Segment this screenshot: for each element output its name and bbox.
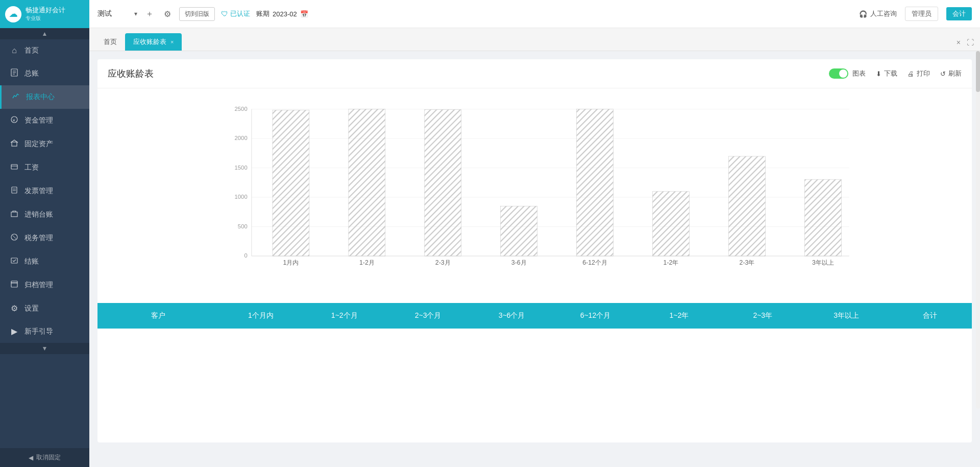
logo-icon: ☁ <box>5 6 21 22</box>
salary-icon <box>9 162 19 173</box>
svg-rect-15 <box>11 258 17 263</box>
cancel-fixed-btn[interactable]: ◀ 取消固定 <box>0 448 89 467</box>
svg-text:2-3月: 2-3月 <box>435 259 451 266</box>
svg-text:1000: 1000 <box>235 194 248 200</box>
sidebar-nav: ▲ ⌂ 首页 总账 报表中心 ¥ 资金管理 <box>0 28 89 448</box>
sidebar-item-ledger[interactable]: 总账 <box>0 62 89 85</box>
archive-icon <box>9 280 19 290</box>
report-container: 应收账龄表 图表 ⬇ 下载 🖨 打印 ↺ <box>97 59 972 442</box>
download-btn[interactable]: ⬇ 下载 <box>876 69 897 78</box>
report-header: 应收账龄表 图表 ⬇ 下载 🖨 打印 ↺ <box>97 59 972 88</box>
svg-rect-6 <box>12 142 17 146</box>
th-2-3month: 2~3个月 <box>386 303 470 329</box>
sidebar-item-settings[interactable]: ⚙ 设置 <box>0 297 89 320</box>
svg-text:2-3年: 2-3年 <box>740 259 755 266</box>
close-tab-btn[interactable]: × <box>957 38 961 46</box>
closing-icon <box>9 256 19 267</box>
sidebar-item-assets[interactable]: 固定资产 <box>0 132 89 156</box>
bar-3 <box>425 110 461 256</box>
bar-4 <box>501 206 537 256</box>
svg-text:6-12个月: 6-12个月 <box>582 259 607 266</box>
print-btn[interactable]: 🖨 打印 <box>908 69 930 78</box>
sidebar-item-funds[interactable]: ¥ 资金管理 <box>0 109 89 132</box>
svg-rect-12 <box>11 212 17 217</box>
th-2-3year: 2~3年 <box>721 303 804 329</box>
inventory-icon <box>9 209 19 220</box>
th-1month: 1个月内 <box>219 303 303 329</box>
refresh-icon: ↺ <box>940 70 946 78</box>
svg-rect-9 <box>12 187 17 193</box>
sidebar-item-inventory[interactable]: 进销台账 <box>0 203 89 226</box>
shield-icon: 🛡 <box>221 10 228 18</box>
expand-btn[interactable]: ⛶ <box>967 38 974 46</box>
chart-area: 0 500 1000 1500 2000 2500 1月内 1-2月 <box>97 88 972 303</box>
svg-text:1月内: 1月内 <box>283 259 299 266</box>
sidebar-item-invoice[interactable]: 发票管理 <box>0 179 89 203</box>
tax-icon <box>9 233 19 243</box>
svg-text:2500: 2500 <box>235 106 248 112</box>
svg-text:500: 500 <box>238 223 248 229</box>
sidebar-item-archive[interactable]: 归档管理 <box>0 273 89 297</box>
main-area: 测试 ▾ ＋ ⚙ 切到旧版 🛡 已认证 账期 2023-02 📅 🎧 人工咨询 … <box>89 0 980 467</box>
svg-rect-17 <box>11 281 17 283</box>
chart-toggle-wrap: 图表 <box>829 68 866 79</box>
topbar: 测试 ▾ ＋ ⚙ 切到旧版 🛡 已认证 账期 2023-02 📅 🎧 人工咨询 … <box>89 0 980 28</box>
svg-text:3-6月: 3-6月 <box>511 259 527 266</box>
tab-accounts-aging[interactable]: 应收账龄表 × <box>125 33 182 51</box>
topbar-add-btn[interactable]: ＋ <box>143 7 156 21</box>
chart-toggle[interactable] <box>829 68 848 79</box>
bar-chart-svg: 0 500 1000 1500 2000 2500 1月内 1-2月 <box>108 99 962 293</box>
svg-text:2000: 2000 <box>235 135 248 141</box>
refresh-btn[interactable]: ↺ 刷新 <box>940 69 962 78</box>
switch-version-btn[interactable]: 切到旧版 <box>179 7 215 21</box>
tab-home[interactable]: 首页 <box>95 33 125 51</box>
settings-icon: ⚙ <box>9 303 19 313</box>
svg-text:0: 0 <box>244 252 247 259</box>
scroll-down-btn[interactable]: ▼ <box>0 343 89 354</box>
topbar-right: 🎧 人工咨询 管理员 会计 <box>859 7 972 21</box>
ledger-icon <box>9 68 19 79</box>
assets-icon <box>9 139 19 149</box>
sidebar-item-reports[interactable]: 报表中心 <box>0 85 89 109</box>
guide-icon: ▶ <box>9 326 19 336</box>
period-display: 账期 2023-02 📅 <box>256 9 308 18</box>
svg-rect-7 <box>11 165 17 169</box>
toggle-label[interactable]: 图表 <box>852 69 866 78</box>
svg-text:1500: 1500 <box>235 165 248 171</box>
manager-btn[interactable]: 管理员 <box>905 7 938 21</box>
sidebar-item-guide[interactable]: ▶ 新手引导 <box>0 320 89 343</box>
sidebar-logo: ☁ 畅捷通好会计 专业版 <box>0 0 89 28</box>
table-header: 客户 1个月内 1~2个月 2~3个月 3~6个月 6~12个月 1~2年 2~… <box>97 303 972 329</box>
topbar-dropdown-btn[interactable]: ▾ <box>134 10 137 17</box>
th-total: 合计 <box>888 303 972 329</box>
svg-text:1-2月: 1-2月 <box>359 259 375 266</box>
report-actions: 图表 ⬇ 下载 🖨 打印 ↺ 刷新 <box>829 68 962 79</box>
sidebar-item-closing[interactable]: 结账 <box>0 250 89 273</box>
svg-line-14 <box>13 236 16 239</box>
tabbar-right-controls: × ⛶ <box>957 38 974 46</box>
th-customer: 客户 <box>97 303 219 329</box>
sidebar-item-tax[interactable]: 税务管理 <box>0 226 89 250</box>
th-6-12month: 6~12个月 <box>553 303 637 329</box>
role-btn[interactable]: 会计 <box>946 7 972 20</box>
sidebar-item-salary[interactable]: 工资 <box>0 156 89 179</box>
bar-2 <box>349 109 385 256</box>
home-icon: ⌂ <box>9 46 19 55</box>
pin-icon: ◀ <box>29 454 33 461</box>
tabbar: 首页 应收账龄表 × × ⛶ <box>89 28 980 51</box>
bar-1 <box>273 110 309 256</box>
th-3-6month: 3~6个月 <box>470 303 554 329</box>
consult-btn[interactable]: 🎧 人工咨询 <box>859 9 897 18</box>
bar-6 <box>653 192 690 256</box>
tab-close-btn[interactable]: × <box>170 39 174 45</box>
svg-text:¥: ¥ <box>12 118 15 123</box>
page-content: 应收账龄表 图表 ⬇ 下载 🖨 打印 ↺ <box>89 51 980 467</box>
calendar-icon[interactable]: 📅 <box>300 10 308 18</box>
sidebar-item-home[interactable]: ⌂ 首页 <box>0 39 89 62</box>
print-icon: 🖨 <box>908 70 914 78</box>
scroll-up-btn[interactable]: ▲ <box>0 28 89 39</box>
certified-badge: 🛡 已认证 <box>221 9 250 18</box>
scrollbar-thumb[interactable] <box>976 51 980 92</box>
topbar-settings-btn[interactable]: ⚙ <box>162 7 173 21</box>
invoice-icon <box>9 186 19 196</box>
